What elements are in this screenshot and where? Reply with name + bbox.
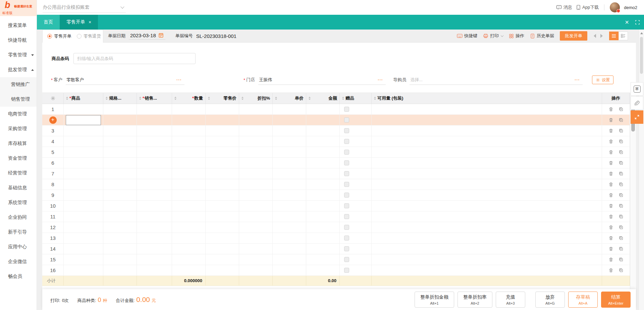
amount-cell[interactable] (306, 244, 340, 254)
column-header[interactable]: 金额 (306, 93, 340, 104)
guide-field[interactable]: 选择... ··· (410, 75, 583, 85)
more-icon[interactable]: ··· (575, 77, 580, 82)
sales-cell[interactable] (137, 222, 172, 232)
print-button[interactable]: 打印 (483, 33, 503, 39)
product-cell[interactable] (64, 158, 103, 168)
spec-cell[interactable] (103, 158, 137, 168)
retail-price-cell[interactable] (206, 233, 239, 243)
gift-checkbox[interactable] (344, 203, 349, 208)
discount-cell[interactable] (239, 211, 273, 222)
product-cell[interactable] (64, 201, 103, 211)
sidebar-item[interactable]: 基础信息 (0, 180, 37, 195)
delete-row-icon[interactable] (608, 160, 613, 165)
column-header[interactable]: 折扣% (239, 93, 273, 104)
operations-button[interactable]: 操作 (509, 33, 524, 39)
copy-row-icon[interactable] (619, 182, 624, 187)
discount-cell[interactable] (239, 115, 273, 125)
delete-row-icon[interactable] (608, 214, 613, 219)
sales-cell[interactable] (137, 168, 172, 179)
amount-cell[interactable] (306, 190, 340, 200)
draft-box-button[interactable]: 草 (631, 82, 643, 96)
unit-price-cell[interactable] (273, 233, 306, 243)
delete-row-icon[interactable] (608, 193, 613, 198)
more-icon[interactable]: ··· (378, 77, 383, 82)
sidebar-item[interactable]: 快捷导航 (0, 33, 37, 48)
copy-row-icon[interactable] (619, 203, 624, 208)
column-header[interactable]: 单价 (273, 93, 306, 104)
gift-checkbox[interactable] (344, 257, 349, 262)
retail-price-cell[interactable] (206, 244, 239, 254)
delete-row-icon[interactable] (608, 139, 613, 144)
unit-price-cell[interactable] (273, 211, 306, 222)
abandon-button[interactable]: 放弃Alt+G (535, 292, 565, 308)
sidebar-item[interactable]: 零售管理 (0, 48, 37, 62)
gift-checkbox[interactable] (344, 182, 349, 187)
spec-cell[interactable] (103, 125, 137, 136)
discount-cell[interactable] (239, 222, 273, 232)
sort-icon[interactable] (106, 97, 108, 100)
unit-price-cell[interactable] (273, 244, 306, 254)
sort-icon[interactable] (208, 97, 210, 100)
copy-row-icon[interactable] (619, 171, 624, 176)
delete-row-icon[interactable] (608, 117, 613, 122)
card-view-toggle[interactable] (619, 32, 628, 40)
retail-price-cell[interactable] (206, 104, 239, 114)
tab[interactable]: 首页 (37, 15, 60, 30)
product-cell[interactable] (64, 168, 103, 179)
whole-order-discount-rate-button[interactable]: 整单折扣率Alt+2 (458, 292, 492, 308)
spec-cell[interactable] (103, 104, 137, 114)
tab-close-icon[interactable]: × (89, 19, 91, 25)
copy-row-icon[interactable] (619, 193, 624, 198)
copy-row-icon[interactable] (619, 268, 624, 273)
column-header[interactable]: 赠品 (340, 93, 372, 104)
discount-cell[interactable] (239, 179, 273, 190)
column-header[interactable]: 操作 (602, 93, 630, 104)
retail-price-cell[interactable] (206, 211, 239, 222)
qty-cell[interactable] (172, 168, 206, 179)
sidebar-item[interactable]: 采购管理 (0, 121, 37, 136)
delete-row-icon[interactable] (608, 257, 613, 262)
column-header[interactable]: 零售价 (206, 93, 239, 104)
discount-cell[interactable] (239, 233, 273, 243)
amount-cell[interactable] (306, 158, 340, 168)
copy-row-icon[interactable] (619, 150, 624, 155)
retail-price-cell[interactable] (206, 254, 239, 265)
spec-cell[interactable] (103, 136, 137, 147)
product-cell[interactable] (64, 190, 103, 200)
amount-cell[interactable] (306, 115, 340, 125)
discount-cell[interactable] (239, 201, 273, 211)
spec-cell[interactable] (103, 233, 137, 243)
product-cell[interactable] (64, 147, 103, 157)
qty-cell[interactable] (172, 265, 206, 275)
copy-row-icon[interactable] (619, 214, 624, 219)
recharge-button[interactable]: 充值Alt+3 (496, 292, 525, 308)
expand-button[interactable] (631, 110, 643, 124)
qty-cell[interactable] (172, 201, 206, 211)
sort-icon[interactable] (342, 97, 344, 100)
delete-row-icon[interactable] (608, 128, 613, 133)
account-set-select[interactable]: 办公用品行业模拟账套 (43, 2, 126, 13)
amount-cell[interactable] (306, 211, 340, 222)
sales-cell[interactable] (137, 190, 172, 200)
unit-price-cell[interactable] (273, 201, 306, 211)
sales-cell[interactable] (137, 136, 172, 147)
sidebar-item[interactable]: 新手引导 (0, 225, 37, 240)
amount-cell[interactable] (306, 104, 340, 114)
tab[interactable]: 零售开单× (60, 15, 98, 30)
copy-row-icon[interactable] (619, 128, 624, 133)
sidebar-item[interactable]: 电商管理 (0, 107, 37, 121)
qty-cell[interactable] (172, 158, 206, 168)
delete-row-icon[interactable] (608, 107, 613, 112)
qty-cell[interactable] (172, 222, 206, 232)
sales-cell[interactable] (137, 254, 172, 265)
sidebar-item[interactable]: 资金管理 (0, 151, 37, 166)
avatar[interactable] (610, 2, 620, 12)
unit-price-cell[interactable] (273, 104, 306, 114)
doc-type-radio[interactable]: 零售退货 (77, 33, 101, 39)
unit-price-cell[interactable] (273, 265, 306, 275)
add-row-icon[interactable] (49, 116, 57, 124)
qty-cell[interactable] (172, 211, 206, 222)
retail-price-cell[interactable] (206, 190, 239, 200)
gift-checkbox[interactable] (344, 139, 349, 144)
amount-cell[interactable] (306, 222, 340, 232)
